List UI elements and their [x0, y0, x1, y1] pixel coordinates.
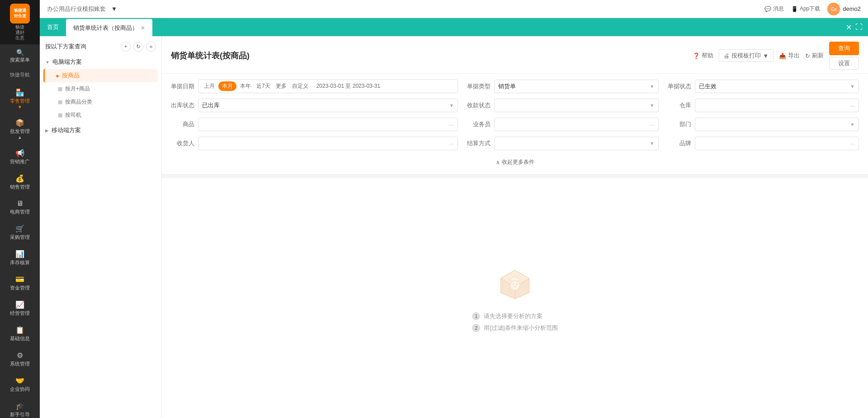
sidebar-quick-nav[interactable]: 快捷导航 [0, 68, 40, 82]
date-tab-this-month[interactable]: 本月 [218, 81, 236, 91]
tree-item-by-category[interactable]: ▦ 按商品分类 [43, 95, 158, 109]
date-control[interactable]: 上月 本月 本年 近7天 更多 自定义 2023-03-01 至 2023-03… [198, 79, 458, 93]
department-control[interactable]: ▼ [695, 118, 859, 131]
sidebar-item-purchase[interactable]: 🛒 采购管理 [0, 220, 40, 245]
sidebar-search[interactable]: 🔍 搜索菜单 [0, 44, 40, 68]
tab-close-all-icon[interactable]: ✕ [846, 23, 852, 32]
user-menu[interactable]: Ea demo2 [827, 3, 861, 15]
filter-field-payment-method: 结算方式 ▼ [467, 137, 658, 150]
brand-control[interactable]: ··· [695, 137, 859, 150]
tab-expand-icon[interactable]: ⛶ [855, 23, 863, 31]
sidebar-item-wholesale[interactable]: 📦 批发管理 ▲ [0, 114, 40, 144]
left-panel-header: 按以下方案查询 + ↻ « [40, 36, 161, 55]
avatar-text: Ea [831, 6, 837, 12]
sidebar-item-inventory[interactable]: 📊 库存核算 [0, 245, 40, 271]
page-actions: ❓ 帮助 🖨 按模板打印 ▼ 📤 导出 ↻ 刷新 [693, 42, 859, 70]
date-tab-custom[interactable]: 自定义 [290, 81, 310, 91]
help-icon: ❓ [693, 52, 700, 59]
product-label: 商品 [171, 120, 198, 128]
brand-dots-icon[interactable]: ··· [850, 140, 855, 147]
refresh-label: 刷新 [812, 52, 824, 60]
warehouse-dots-icon[interactable]: ··· [850, 102, 855, 109]
refresh-scheme-button[interactable]: ↻ [133, 42, 143, 52]
sidebar-item-basicinfo[interactable]: 📋 基础信息 [0, 321, 40, 347]
tree-item-by-month-product[interactable]: ▦ 按月+商品 [43, 82, 158, 95]
sidebar-item-newbie[interactable]: 🎓 新手引导 [0, 397, 40, 418]
newbie-icon: 🎓 [15, 402, 24, 410]
export-label: 导出 [788, 52, 800, 60]
tree-group-pc-header[interactable]: ▼ 电脑端方案 [43, 55, 158, 69]
tab-home-label: 首页 [47, 23, 59, 31]
payment-method-control[interactable]: ▼ [494, 137, 658, 150]
sidebar-item-ecommerce[interactable]: 🖥 电商管理 [0, 195, 40, 220]
message-button[interactable]: 💬 消息 [764, 5, 784, 13]
filter-row-3: 商品 ··· 业务员 ··· [171, 118, 859, 131]
date-tab-7days[interactable]: 近7天 [255, 81, 272, 91]
filter-field-warehouse: 仓库 ··· [668, 99, 859, 112]
export-button[interactable]: 📤 导出 [779, 52, 800, 60]
sidebar-item-enterprise[interactable]: 🤝 企业协同 [0, 372, 40, 397]
app-download-button[interactable]: 📱 App下载 [791, 5, 820, 13]
receiver-dots-icon[interactable]: ··· [449, 140, 454, 147]
tab-close-icon[interactable]: ✕ [141, 25, 145, 31]
tree-item-by-product-label: 按商品 [62, 71, 80, 80]
sidebar-item-operation[interactable]: 📈 经营管理 [0, 296, 40, 321]
settings-button[interactable]: 设置 [829, 57, 859, 70]
page-title: 销货单统计表(按商品) [171, 50, 250, 61]
finance-icon: 💳 [15, 275, 24, 284]
sidebar-item-marketing[interactable]: 📢 营销推广 [0, 144, 40, 170]
left-panel-actions: + ↻ « [121, 42, 156, 52]
wholesale-icon: 📦 [15, 119, 24, 127]
tree-item-by-company[interactable]: ▦ 按司机 [43, 109, 158, 122]
help-button[interactable]: ❓ 帮助 [693, 52, 713, 60]
filter-field-receiver: 收货人 ··· [171, 137, 458, 150]
hint-num-2: 2 [472, 324, 480, 332]
hint-text-2: 用[过滤]条件来缩小分析范围 [484, 324, 557, 332]
doc-status-arrow-icon: ▼ [850, 84, 855, 89]
doc-type-control[interactable]: 销货单 ▼ [494, 80, 658, 93]
empty-hint-2: 2 用[过滤]条件来缩小分析范围 [472, 324, 557, 332]
product-dots-icon[interactable]: ··· [449, 121, 454, 128]
message-label: 消息 [773, 5, 784, 13]
doc-status-control[interactable]: 已生效 ▼ [695, 80, 859, 93]
collapse-panel-button[interactable]: « [146, 42, 156, 52]
date-range-text: 2023-03-01 至 2023-03-31 [316, 82, 380, 90]
sidebar-item-finance[interactable]: 💳 资金管理 [0, 271, 40, 296]
tree-subitem-label-2: 按商品分类 [65, 98, 92, 106]
tab-sales-stats[interactable]: 销货单统计表（按商品） ✕ [66, 19, 152, 37]
filter-field-brand: 品牌 ··· [668, 137, 859, 150]
salesperson-dots-icon[interactable]: ··· [650, 121, 655, 128]
sales-icon: 💰 [15, 174, 24, 183]
sidebar-item-sales[interactable]: 💰 销售管理 [0, 170, 40, 195]
receiver-control[interactable]: ··· [198, 137, 458, 150]
sidebar-item-retail[interactable]: 🏪 零售管理 ▼ [0, 84, 40, 114]
tree-item-by-product[interactable]: ● 按商品 [43, 69, 158, 82]
query-button[interactable]: 查询 [829, 42, 859, 55]
sidebar-item-sysconfig[interactable]: ⚙ 系统管理 [0, 347, 40, 372]
doc-type-value: 销货单 [498, 82, 650, 90]
collapse-button[interactable]: ∧ 收起更多条件 [171, 156, 859, 169]
breadcrumb-dropdown[interactable]: ▼ [111, 5, 117, 12]
date-tab-this-year[interactable]: 本年 [238, 81, 253, 91]
tree-subitem-label-3: 按司机 [65, 111, 81, 119]
payment-method-label: 结算方式 [467, 139, 494, 147]
dropdown-arrow: ▼ [111, 5, 117, 12]
template-print-button[interactable]: 🖨 按模板打印 ▼ [719, 49, 774, 62]
collect-status-control[interactable]: ▼ [494, 99, 658, 112]
out-status-control[interactable]: 已出库 ▼ [198, 99, 458, 112]
collapse-label: 收起更多条件 [502, 158, 534, 166]
date-tab-more[interactable]: 更多 [274, 81, 288, 91]
warehouse-control[interactable]: ··· [695, 99, 859, 112]
product-control[interactable]: ··· [198, 118, 458, 131]
salesperson-control[interactable]: ··· [494, 118, 658, 131]
collect-status-arrow-icon: ▼ [650, 103, 655, 108]
tree-subitem-label-1: 按月+商品 [65, 85, 90, 93]
add-scheme-button[interactable]: + [121, 42, 131, 52]
department-label: 部门 [668, 120, 695, 128]
refresh-button[interactable]: ↻ 刷新 [805, 52, 824, 60]
tab-home[interactable]: 首页 [40, 18, 66, 36]
tree-group-mobile: ▶ 移动端方案 [40, 124, 161, 137]
date-tab-last-month[interactable]: 上月 [202, 81, 217, 91]
date-tabs: 上月 本月 本年 近7天 更多 自定义 [202, 81, 310, 91]
tree-group-mobile-header[interactable]: ▶ 移动端方案 [43, 124, 158, 137]
